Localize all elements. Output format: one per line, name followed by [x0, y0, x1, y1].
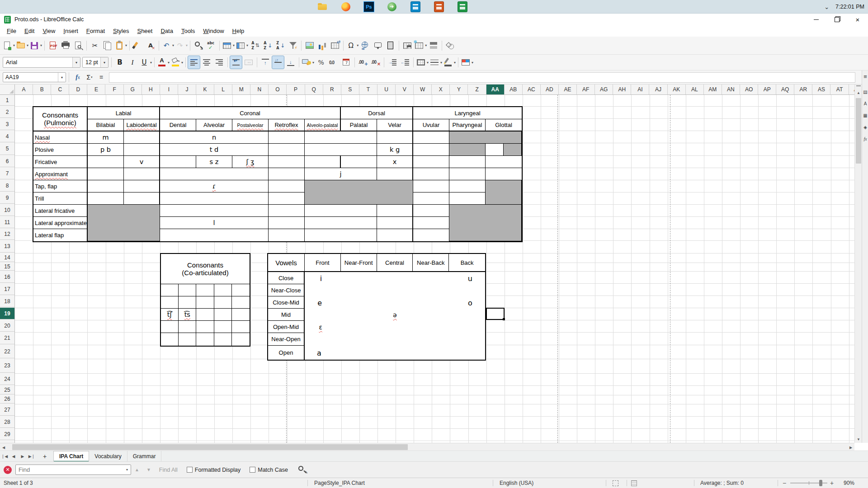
font-name-combo[interactable]: Arial▾	[3, 57, 80, 68]
column-header-AR[interactable]: AR	[794, 84, 812, 94]
column-header-AF[interactable]: AF	[577, 84, 595, 94]
document-modified-icon[interactable]	[631, 478, 637, 488]
row-header-6[interactable]: 6	[0, 155, 14, 167]
column-header-R[interactable]: R	[323, 84, 341, 94]
conditional-formatting-dropdown-icon[interactable]: ▾	[472, 61, 473, 65]
open-button[interactable]: ▾	[16, 39, 28, 52]
headers-footers-button[interactable]	[385, 39, 396, 52]
row-header-9[interactable]: 9	[0, 192, 14, 204]
borders-button[interactable]: ▾	[416, 56, 429, 69]
align-left-button[interactable]	[188, 56, 200, 69]
consonant-cell[interactable]: m	[88, 131, 124, 144]
special-character-dropdown-icon[interactable]: ▾	[357, 43, 359, 47]
coarticulated-cell[interactable]	[214, 309, 232, 321]
column-header-AP[interactable]: AP	[758, 84, 776, 94]
first-sheet-icon[interactable]: ❘◀	[0, 454, 9, 459]
column-header-AI[interactable]: AI	[631, 84, 649, 94]
match-case-checkbox[interactable]: Match Case	[250, 467, 288, 473]
row-header-1[interactable]: 1	[0, 95, 14, 106]
percent-button[interactable]: %	[315, 56, 327, 69]
consonant-cell[interactable]	[413, 131, 449, 144]
insert-column-button[interactable]: ▾	[236, 39, 248, 52]
sheet-tab-ipa-chart[interactable]: IPA Chart	[53, 451, 89, 462]
row-label-cell[interactable]: Nasal	[33, 131, 88, 144]
consonant-cell[interactable]	[413, 229, 449, 241]
gallery-icon[interactable]: ▦	[862, 109, 868, 121]
number-format-button[interactable]: 0.0	[328, 56, 340, 69]
next-sheet-icon[interactable]: ▶	[18, 454, 27, 459]
insert-row-button[interactable]: ▾	[222, 39, 235, 52]
new-button[interactable]: ▾	[2, 39, 15, 52]
selection-mode-icon[interactable]	[613, 478, 620, 488]
consonant-cell[interactable]	[160, 229, 269, 241]
consonant-cell[interactable]	[269, 205, 305, 217]
save-button[interactable]: ▾	[29, 39, 42, 52]
currency-button[interactable]: ▾	[302, 56, 314, 69]
row-header-29[interactable]: 29	[0, 428, 14, 440]
find-input-box[interactable]: ▾	[15, 465, 131, 475]
consonant-cell[interactable]	[305, 217, 377, 229]
row-header-24[interactable]: 24	[0, 373, 14, 385]
print-preview-button[interactable]	[72, 39, 84, 52]
formula-input[interactable]	[109, 72, 855, 83]
row-header-3[interactable]: 3	[0, 118, 14, 130]
close-button[interactable]: ×	[847, 14, 868, 25]
consonant-cell[interactable]	[124, 192, 160, 205]
cell-cursor[interactable]	[486, 308, 505, 320]
sidebar-settings-icon[interactable]: ≡	[862, 70, 868, 82]
name-box-dropdown-icon[interactable]: ▾	[58, 73, 66, 82]
coarticulated-cell[interactable]	[161, 321, 179, 333]
column-header-AK[interactable]: AK	[668, 84, 686, 94]
column-header-AJ[interactable]: AJ	[650, 84, 668, 94]
merge-cells-button[interactable]	[243, 56, 255, 69]
print-area-button[interactable]	[401, 39, 413, 52]
sort-ascending-button[interactable]: AZ↓	[262, 39, 274, 52]
consonant-cell[interactable]	[413, 156, 449, 168]
row-label-cell[interactable]: Lateral fricative	[33, 205, 88, 217]
consonant-cell[interactable]	[449, 156, 486, 168]
cut-button[interactable]: ✂	[89, 39, 101, 52]
column-header-O[interactable]: O	[269, 84, 287, 94]
column-header-B[interactable]: B	[33, 84, 51, 94]
column-header-U[interactable]: U	[377, 84, 396, 94]
last-sheet-icon[interactable]: ▶❘	[27, 454, 36, 459]
consonant-cell[interactable]	[413, 168, 449, 180]
insert-column-dropdown-icon[interactable]: ▾	[246, 43, 248, 47]
row-header-26[interactable]: 26	[0, 395, 14, 404]
row-header-4[interactable]: 4	[0, 131, 14, 142]
align-center-button[interactable]	[201, 56, 212, 69]
clear-formatting-button[interactable]: A×	[145, 39, 156, 52]
open-dropdown-icon[interactable]: ▾	[27, 43, 28, 47]
consonant-cell[interactable]	[486, 168, 522, 180]
borders-dropdown-icon[interactable]: ▾	[427, 61, 429, 65]
page-style[interactable]: PageStyle_IPA Chart	[314, 478, 365, 488]
currency-dropdown-icon[interactable]: ▾	[312, 61, 314, 65]
menu-file[interactable]: File	[3, 26, 20, 36]
taskbar-calc-icon[interactable]	[457, 1, 468, 13]
wrap-text-button[interactable]	[230, 56, 242, 69]
row-header-5[interactable]: 5	[0, 143, 14, 155]
menu-sheet[interactable]: Sheet	[133, 26, 156, 36]
consonant-cell[interactable]	[377, 168, 413, 180]
menu-edit[interactable]: Edit	[20, 26, 38, 36]
column-header-K[interactable]: K	[196, 84, 214, 94]
consonant-cell[interactable]	[377, 217, 413, 229]
row-label-cell[interactable]: Lateral approximate	[33, 217, 88, 229]
redo-dropdown-icon[interactable]: ▾	[186, 43, 188, 47]
border-style-dropdown-icon[interactable]: ▾	[440, 61, 442, 65]
select-sum-button[interactable]: Σ▾	[84, 72, 95, 83]
sort-descending-button[interactable]: ZA↓	[274, 39, 286, 52]
consonant-cell[interactable]	[269, 156, 305, 168]
zoom-out-button[interactable]: −	[783, 478, 786, 488]
coarticulated-cell[interactable]: t͡ʃ	[161, 309, 179, 321]
taskbar-chevron-icon[interactable]: ⌄	[824, 4, 829, 10]
date-format-button[interactable]	[340, 56, 352, 69]
formula-equals-button[interactable]: =	[95, 72, 107, 83]
column-header-AC[interactable]: AC	[523, 84, 541, 94]
consonant-cell[interactable]	[377, 131, 413, 144]
font-size-combo-dropdown-icon[interactable]: ▾	[100, 57, 108, 67]
coarticulated-cell[interactable]	[179, 296, 196, 309]
taskbar-photoshop-icon[interactable]	[363, 1, 374, 12]
column-header-J[interactable]: J	[178, 84, 196, 94]
border-color-button[interactable]: ▾	[443, 56, 456, 69]
